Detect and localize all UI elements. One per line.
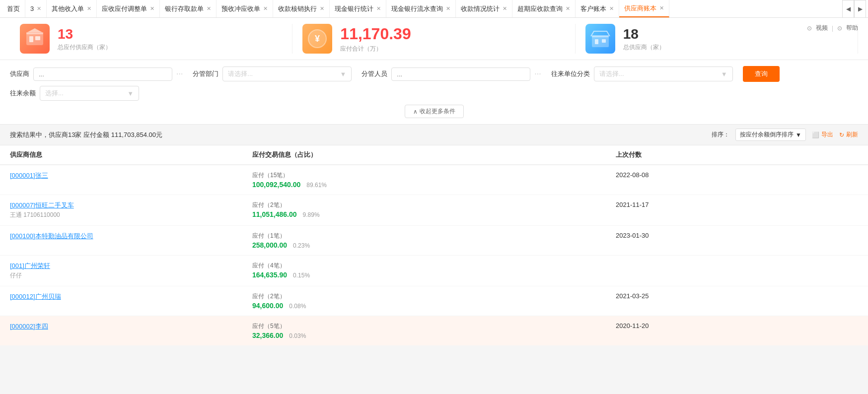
collapse-label: 收起更多条件 [420, 107, 455, 116]
close-icon[interactable]: ✕ [37, 5, 41, 12]
filter-balance: 往来余额 选择... ▼ [10, 86, 139, 101]
category-select[interactable]: 请选择... ▼ [594, 66, 733, 81]
supplier-name-link[interactable]: [000007]恒旺二手叉车 [10, 201, 252, 210]
nav-other-income[interactable]: 其他收入单 ✕ [47, 0, 97, 17]
close-icon[interactable]: ✕ [87, 5, 91, 12]
result-bar: 搜索结果中，供应商13家 应付金额 111,703,854.00元 排序： 按应… [0, 125, 868, 145]
top-right-links: ⊙ 视频 | ⊙ 帮助 [807, 24, 858, 32]
transaction-pct: 0.23% [293, 242, 310, 249]
transaction-row: 258,000.00 0.23% [252, 240, 616, 249]
refresh-label: 刷新 [846, 131, 858, 139]
transaction-amount: 258,000.00 [252, 241, 287, 249]
supplier-name-link[interactable]: [001]广州荣轩 [10, 262, 252, 270]
transaction-cell: 应付（2笔） 94,600.00 0.08% [252, 292, 616, 310]
table-row[interactable]: [000002]李四 应付（5笔） 32,366.00 0.03% 2020-1… [0, 316, 868, 346]
transaction-cell: 应付（1笔） 258,000.00 0.23% [252, 232, 616, 249]
nav-supplier-book[interactable]: 供应商账本 ✕ [619, 0, 669, 17]
store-icon-svg [588, 26, 613, 51]
sort-value: 按应付余额倒序排序 [740, 131, 794, 139]
close-icon[interactable]: ✕ [609, 5, 614, 12]
nav-cash-bank-stat[interactable]: 现金银行统计 ✕ [330, 0, 386, 17]
nav-prepay-ar[interactable]: 预收冲应收单 ✕ [217, 0, 273, 17]
close-icon[interactable]: ✕ [659, 5, 664, 11]
export-button[interactable]: ⬜ 导出 [812, 131, 833, 139]
supplier-name-link[interactable]: [000001]张三 [10, 171, 252, 180]
close-icon[interactable]: ✕ [150, 5, 154, 12]
transaction-cell: 应付（5笔） 32,366.00 0.03% [252, 322, 616, 339]
transaction-label: 应付（15笔） [252, 171, 616, 180]
nav-ar-adjust[interactable]: 应收应付调整单 ✕ [97, 0, 160, 17]
transaction-pct: 0.15% [293, 272, 310, 279]
amount-label: 应付合计（万） [340, 45, 411, 53]
query-button[interactable]: 查询 [743, 66, 780, 82]
supplier-name-link[interactable]: [000002]李四 [10, 322, 252, 331]
lastpay-cell [616, 262, 858, 280]
transaction-row: 100,092,540.00 89.61% [252, 180, 616, 189]
balance-select[interactable]: 选择... ▼ [40, 86, 139, 101]
last-pay-date: 2021-11-17 [616, 201, 649, 208]
nav-overdue-ar[interactable]: 超期应收款查询 ✕ [512, 0, 576, 17]
filter-dept: 分管部门 请选择... ▼ [193, 66, 352, 81]
nav-collect-verify[interactable]: 收款核销执行 ✕ [273, 0, 330, 17]
stat-amount-info: 11,170.39 应付合计（万） [340, 24, 411, 53]
person-filter-label: 分管人员 [362, 69, 387, 78]
supplier-sub-info: 王通 17106110000 [10, 211, 252, 219]
nav-home-label: 首页 [7, 4, 20, 13]
nav-bank-deposit[interactable]: 银行存取款单 ✕ [160, 0, 217, 17]
svg-rect-7 [592, 36, 609, 47]
divider: | [832, 25, 833, 32]
person-input[interactable] [391, 67, 530, 81]
filter-area: 供应商 ··· 分管部门 请选择... ▼ 分管人员 ··· 往来单位分类 请选… [0, 60, 868, 125]
table-row[interactable]: [000100]本特勤油品有限公司 应付（1笔） 258,000.00 0.23… [0, 226, 868, 256]
sort-select[interactable]: 按应付余额倒序排序 ▼ [735, 129, 806, 141]
nav-supplier-book-label: 供应商账本 [624, 4, 656, 13]
circle-icon: ⊙ [807, 25, 812, 32]
filter-supplier: 供应商 ··· [10, 67, 183, 81]
lastpay-cell: 2023-01-30 [616, 232, 858, 249]
transaction-pct: 0.03% [289, 332, 306, 339]
video-link[interactable]: 视频 [816, 24, 828, 32]
last-pay-date: 2023-01-30 [616, 232, 649, 239]
refresh-button[interactable]: ↻ 刷新 [839, 131, 858, 139]
nav-customer-book[interactable]: 客户账本 ✕ [576, 0, 619, 17]
close-icon[interactable]: ✕ [376, 5, 381, 12]
supplier-name-link[interactable]: [000100]本特勤油品有限公司 [10, 232, 252, 241]
nav-cash-bank-query[interactable]: 现金银行流水查询 ✕ [386, 0, 456, 17]
table-row[interactable]: [001]广州荣轩 仔仔 应付（4笔） 164,635.90 0.15% [0, 256, 868, 286]
amount-icon: ¥ [302, 24, 332, 54]
table-row[interactable]: [000007]恒旺二手叉车 王通 17106110000 应付（2笔） 11,… [0, 195, 868, 226]
filter-row-1: 供应商 ··· 分管部门 请选择... ▼ 分管人员 ··· 往来单位分类 请选… [10, 66, 858, 82]
amount-number: 11,170.39 [340, 24, 411, 43]
transaction-pct: 0.08% [289, 303, 306, 310]
table-row[interactable]: [000001]张三 应付（15笔） 100,092,540.00 89.61%… [0, 165, 868, 195]
help-link[interactable]: 帮助 [846, 24, 858, 32]
collapse-button[interactable]: ∧ 收起更多条件 [405, 105, 464, 118]
table-row[interactable]: [000012]广州贝瑞 应付（2笔） 94,600.00 0.08% 2021… [0, 286, 868, 316]
supplier-input[interactable] [33, 67, 172, 81]
close-icon[interactable]: ✕ [503, 5, 507, 12]
nav-tab3-label: 3 [30, 5, 34, 12]
dept-select[interactable]: 请选择... ▼ [222, 66, 352, 81]
svg-rect-10 [592, 35, 609, 37]
filter-person: 分管人员 ··· [362, 67, 541, 81]
nav-collect-stat[interactable]: 收款情况统计 ✕ [456, 0, 512, 17]
chevron-down-icon2: ▼ [721, 70, 727, 78]
nav-next-arrow[interactable]: ▶ [854, 0, 866, 18]
close-icon[interactable]: ✕ [207, 5, 211, 12]
nav-tab3[interactable]: 3 ✕ [25, 0, 47, 17]
close-icon[interactable]: ✕ [446, 5, 450, 12]
category-filter-label: 往来单位分类 [551, 69, 590, 78]
close-icon[interactable]: ✕ [263, 5, 268, 12]
refresh-icon: ↻ [839, 131, 844, 138]
transaction-row: 94,600.00 0.08% [252, 301, 616, 310]
close-icon[interactable]: ✕ [320, 5, 324, 12]
close-icon[interactable]: ✕ [566, 5, 570, 12]
lastpay-cell: 2021-03-25 [616, 292, 858, 310]
nav-home[interactable]: 首页 [2, 0, 25, 17]
last-pay-date: 2022-08-08 [616, 171, 649, 179]
supplier-table: 供应商信息 应付交易信息（占比） 上次付数 [000001]张三 应付（15笔）… [0, 145, 868, 346]
supplier-name-link[interactable]: [000012]广州贝瑞 [10, 292, 252, 301]
nav-prev-arrow[interactable]: ◀ [842, 0, 854, 18]
chevron-down-icon3: ▼ [127, 90, 134, 97]
total-supplier-label: 总供应商（家） [623, 43, 665, 52]
